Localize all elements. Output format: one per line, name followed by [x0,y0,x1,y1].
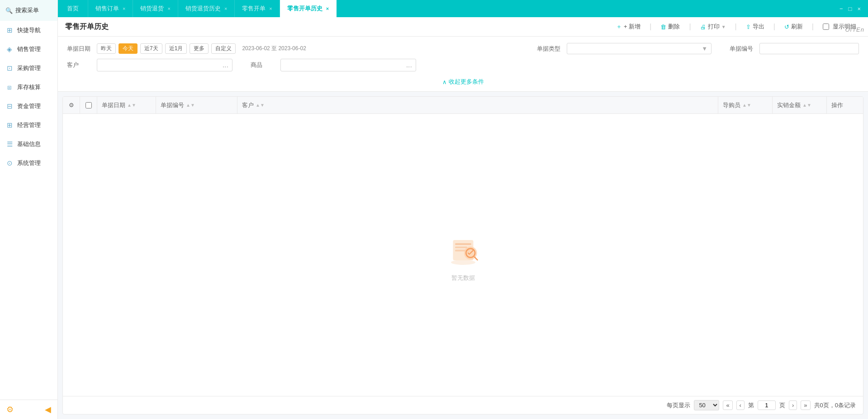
sidebar-search-label: 搜索采单 [15,6,39,14]
last-page-btn[interactable]: » [801,400,810,410]
goods-search-icon[interactable]: ... [406,61,412,69]
display-detail-checkbox[interactable] [823,24,829,30]
tab-retail-open-label: 零售开单 [242,5,266,13]
th-customer[interactable]: 客户 ▲▼ [237,97,718,113]
export-icon: ⇧ [746,24,751,30]
page-input[interactable] [758,400,776,410]
th-order-no[interactable]: 单据编号 ▲▼ [156,97,237,113]
sidebar-item-finance[interactable]: ⊟ 资金管理 [0,97,57,116]
add-icon: ＋ [616,23,622,31]
sidebar-item-label: 库存核算 [17,83,41,91]
sidebar-item-label: 快捷导航 [17,26,41,34]
tab-sales-return[interactable]: 销货退货 × [133,0,178,17]
total-info: 共0页，0条记录 [814,401,856,410]
th-amount[interactable]: 实销金额 ▲▼ [773,97,827,113]
empty-state-icon [443,228,484,268]
goods-input-wrap: ... [280,59,416,71]
sidebar-item-quick-nav[interactable]: ⊞ 快捷导航 [0,21,57,40]
tab-retail-open-history-close[interactable]: × [326,6,329,11]
export-label: 导出 [753,23,764,31]
collapse-more-conditions[interactable]: ∧ 收起更多条件 [67,76,859,88]
tab-sales-order-close[interactable]: × [123,6,125,11]
table-header: ⚙ 单据日期 ▲▼ 单据编号 ▲▼ 客户 ▲▼ 导购员 [63,97,863,114]
sidebar-item-label: 销售管理 [17,45,41,53]
customer-input[interactable] [101,62,223,69]
window-minimize[interactable]: − [840,5,843,12]
refresh-button[interactable]: ↺ 刷新 [780,21,807,33]
sidebar-item-system[interactable]: ⊙ 系统管理 [0,154,57,173]
empty-state: 暂无数据 [63,114,863,396]
main-area: 首页 销售订单 × 销货退货 × 销货退货历史 × 零售开单 × 零售开单历史 … [58,0,868,419]
select-all-checkbox[interactable] [85,102,92,108]
th-checkbox[interactable] [80,97,97,113]
export-button[interactable]: ⇧ 导出 [741,21,769,33]
brand-text: OfTEn [845,26,864,33]
tab-sales-order[interactable]: 销售订单 × [88,0,133,17]
goods-input[interactable] [285,62,406,69]
tab-retail-open-close[interactable]: × [269,6,272,11]
page-suffix: 页 [779,401,785,410]
th-date[interactable]: 单据日期 ▲▼ [97,97,156,113]
prev-page-btn[interactable]: ‹ [736,400,745,410]
delete-button[interactable]: 🗑 删除 [656,21,684,33]
sidebar-item-basic-info[interactable]: ☰ 基础信息 [0,135,57,154]
tab-home[interactable]: 首页 [58,0,88,17]
order-no-input[interactable] [764,45,855,52]
tab-sales-order-label: 销售订单 [95,5,119,13]
date-btn-more[interactable]: 更多 [190,43,209,54]
th-date-label: 单据日期 [102,101,125,109]
tab-sales-return-history-close[interactable]: × [224,6,227,11]
th-op-label: 操作 [831,101,843,109]
date-btn-last-month[interactable]: 近1月 [165,43,187,54]
sidebar-item-inventory[interactable]: ⧆ 库存核算 [0,78,57,97]
window-maximize[interactable]: □ [849,5,852,12]
customer-sort-icon[interactable]: ▲▼ [256,103,265,108]
amount-sort-icon[interactable]: ▲▼ [802,103,811,108]
add-button[interactable]: ＋ + 新增 [612,21,645,33]
print-button[interactable]: 🖨 打印 ▼ [696,21,730,33]
date-btn-custom[interactable]: 自定义 [211,43,236,54]
tab-bar: 首页 销售订单 × 销货退货 × 销货退货历史 × 零售开单 × 零售开单历史 … [58,0,868,17]
th-guide[interactable]: 导购员 ▲▼ [718,97,773,113]
sidebar-search[interactable]: 🔍 搜索采单 [0,0,57,21]
sidebar-item-sales-mgmt[interactable]: ◈ 销售管理 [0,40,57,59]
window-close[interactable]: × [857,5,861,12]
date-btn-today[interactable]: 今天 [119,43,138,54]
table-settings-icon[interactable]: ⚙ [69,102,74,108]
divider-4: | [773,23,775,31]
customer-input-wrap: ... [97,59,232,71]
first-page-btn[interactable]: « [723,400,732,410]
sidebar-item-label: 采购管理 [17,64,41,72]
divider-1: | [650,23,651,31]
page-word: 第 [748,401,754,410]
customer-filter-label: 客户 [67,61,92,69]
type-filter-label: 单据类型 [537,45,562,53]
guide-sort-icon[interactable]: ▲▼ [742,103,751,108]
next-page-btn[interactable]: › [789,400,797,410]
settings-gear-icon[interactable]: ⚙ [6,405,14,414]
tab-sales-return-history[interactable]: 销货退货历史 × [178,0,235,17]
tab-sales-return-close[interactable]: × [167,6,170,11]
sidebar: 🔍 搜索采单 ⊞ 快捷导航 ◈ 销售管理 ⊡ 采购管理 ⧆ 库存核算 ⊟ 资金管… [0,0,58,419]
per-page-select[interactable]: 50 20 100 [694,400,719,410]
sidebar-item-purchase-mgmt[interactable]: ⊡ 采购管理 [0,59,57,78]
order-no-sort-icon[interactable]: ▲▼ [186,103,195,108]
collapse-label: 收起更多条件 [449,78,484,86]
tab-retail-open[interactable]: 零售开单 × [235,0,280,17]
tab-retail-open-history[interactable]: 零售开单历史 × [280,0,337,17]
th-settings[interactable]: ⚙ [63,97,80,113]
add-label: + 新增 [624,23,640,31]
sidebar-item-label: 基础信息 [17,140,41,148]
collapse-sidebar-icon[interactable]: ◀ [45,405,51,414]
divider-5: | [812,23,814,31]
print-dropdown-icon: ▼ [721,24,726,29]
delete-label: 删除 [668,23,680,31]
type-filter-select[interactable]: ▼ [567,43,711,54]
date-btn-last7[interactable]: 近7天 [140,43,162,54]
sidebar-item-operations[interactable]: ⊞ 经营管理 [0,116,57,135]
date-sort-icon[interactable]: ▲▼ [127,103,136,108]
date-btn-yesterday[interactable]: 昨天 [97,43,116,54]
customer-search-icon[interactable]: ... [223,61,228,69]
content-area: 零售开单历史 ＋ + 新增 | 🗑 删除 | 🖨 打印 ▼ | [58,17,868,419]
filter-date-buttons: 昨天 今天 近7天 近1月 更多 自定义 [97,43,236,54]
